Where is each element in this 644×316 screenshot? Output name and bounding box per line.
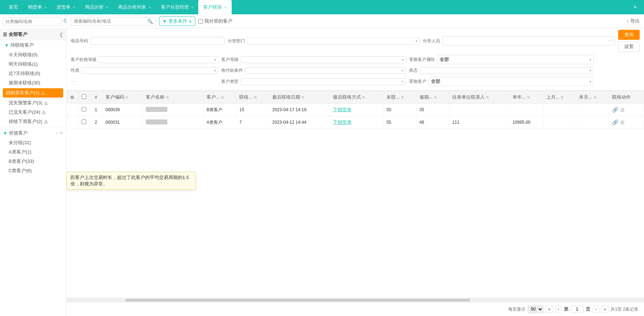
sidebar-item-c-class[interactable]: C类客户(6): [0, 166, 66, 175]
sidebar-collapse-icon[interactable]: ❮: [59, 32, 63, 37]
page-input[interactable]: [571, 306, 584, 313]
customer-grade-select[interactable]: ▾: [241, 56, 406, 63]
row1-name: [143, 104, 204, 116]
col-this-year-header[interactable]: 本年... ⇅: [509, 91, 543, 104]
customer-type-select[interactable]: ▾: [241, 78, 406, 85]
row1-last-month: [543, 104, 576, 116]
col-contact-header[interactable]: 联络... ⇅: [236, 91, 269, 104]
setting-button[interactable]: 设置: [618, 41, 640, 52]
horizontal-scrollbar[interactable]: [66, 298, 644, 302]
more-filter-button[interactable]: ▼ 更多条件 ∧: [159, 16, 195, 26]
prev-page-button[interactable]: ‹: [555, 306, 562, 313]
col-code-header[interactable]: 客户编码 ⇅: [102, 91, 143, 104]
row2-overdue: 48: [416, 116, 449, 129]
row1-last-way-link[interactable]: 下销货单: [333, 107, 352, 112]
row2-checkbox[interactable]: [82, 119, 86, 124]
close-icon[interactable]: ×: [191, 5, 193, 9]
phone-input[interactable]: [90, 37, 225, 45]
nature-select[interactable]: ▾: [82, 67, 218, 74]
search-icon[interactable]: 🔍: [147, 19, 153, 24]
close-icon[interactable]: ×: [224, 5, 226, 9]
per-page-select[interactable]: 50: [528, 305, 543, 313]
sidebar-search-icon[interactable]: 🔍: [63, 19, 66, 24]
scroll-thumb[interactable]: [125, 299, 470, 302]
row1-grid-icon[interactable]: ⊞: [620, 107, 625, 113]
all-customers-header[interactable]: ☰ 全部客户 ❮: [0, 29, 66, 40]
row1-checkbox[interactable]: [82, 107, 86, 112]
sidebar-item-b-class[interactable]: B类客户(33): [0, 157, 66, 166]
export-button[interactable]: ↑ 导出: [627, 18, 640, 24]
manager-label: 分管人员: [423, 38, 440, 44]
col-last-contact-date-header[interactable]: 最后联络日期 ⇅: [269, 91, 330, 104]
per-page-label: 每页显示: [508, 306, 525, 312]
my-customer-checkbox[interactable]: [198, 19, 203, 24]
sidebar-item-7days[interactable]: 近7天待联络(0): [0, 69, 66, 78]
sidebar: 🔍 ☰ 全部客户 ❮ ▼ 待联络客户 今天待联络(0) 明天待联络(1) 近7天…: [0, 14, 66, 316]
sidebar-item-today[interactable]: 今天待联络(0): [0, 50, 66, 60]
close-icon[interactable]: ×: [106, 5, 108, 9]
last-page-button[interactable]: »: [601, 306, 609, 313]
value-group-edit-icon[interactable]: ✎: [60, 131, 63, 136]
sidebar-item-overdue[interactable]: 逾期未联络(30): [0, 78, 66, 88]
scatter-attr-select[interactable]: 全部 ▾: [437, 55, 594, 64]
col-check-header: [78, 91, 89, 104]
nav-tab-customer-contact[interactable]: 客户联络 ×: [198, 0, 231, 14]
select-all-checkbox[interactable]: [82, 94, 86, 99]
sidebar-item-lost[interactable]: 已流失客户(24) ⚠: [0, 108, 66, 117]
warning-icon: ⚠: [41, 90, 45, 96]
sidebar-item-tomorrow[interactable]: 明天待联络(1): [0, 60, 66, 69]
value-group-circle-icon[interactable]: ○: [56, 131, 58, 136]
filter-rows: 电话号码 分管部门 ▾ 分管人员 ···: [66, 28, 644, 91]
close-icon[interactable]: ×: [44, 5, 46, 9]
col-this-month-header[interactable]: 本月... ⇅: [576, 91, 609, 104]
col-uncontacted-header[interactable]: 未联... ⇅: [383, 91, 416, 104]
status-select[interactable]: ▾: [420, 67, 594, 74]
nav-tab-sales[interactable]: 销货单 ×: [23, 0, 51, 14]
chevron-down-icon: ▾: [589, 69, 591, 72]
col-last-month-header[interactable]: 上月... ⇅: [543, 91, 576, 104]
more-dots-icon[interactable]: ···: [71, 78, 75, 85]
nav-tab-customer-tier[interactable]: 客户分层经营 ×: [156, 0, 198, 14]
row2-link-icon[interactable]: 🔗: [612, 119, 618, 125]
settings-icon[interactable]: ⚙: [70, 95, 74, 100]
dept-select[interactable]: ▾: [247, 38, 420, 44]
sidebar-item-continuous-down[interactable]: 持续下滑客户(2) ⚠: [0, 117, 66, 126]
close-icon[interactable]: ×: [148, 5, 150, 9]
next-page-button[interactable]: ›: [593, 306, 599, 313]
col-contact-person-header[interactable]: 往来单位联系人 ⇅: [449, 91, 510, 104]
nav-tab-purchase[interactable]: 进货单 ×: [51, 0, 80, 14]
first-page-button[interactable]: «: [546, 306, 553, 313]
col-name-header[interactable]: 客户名称 ⇅: [143, 91, 204, 104]
sort-icon: ⇅: [362, 95, 365, 99]
value-customer-group[interactable]: ▼ 价值客户 ○ ✎: [0, 128, 66, 138]
row2-grid-icon[interactable]: ⊞: [620, 119, 625, 125]
col-last-contact-way-header[interactable]: 最后联络方式 ⇅: [330, 91, 383, 104]
more-icon[interactable]: ···: [608, 38, 613, 44]
sidebar-item-repurchase-abnormal[interactable]: 回购异常客户(2) ⚠: [3, 88, 63, 98]
sidebar-item-lost-pre[interactable]: 流失预警客户(3) ⚠: [0, 98, 66, 108]
sidebar-item-ungroup[interactable]: 未分组(32): [0, 138, 66, 147]
sidebar-item-a-class[interactable]: A类客户(1): [0, 147, 66, 157]
scatter-select[interactable]: 全部 ▾: [428, 77, 594, 86]
sidebar-search-input[interactable]: [3, 17, 62, 26]
nav-tab-product-analysis[interactable]: 商品分析 ×: [80, 0, 113, 14]
row2-last-way-link[interactable]: 下销货单: [333, 119, 352, 125]
col-type-header[interactable]: 客户... ⇅: [203, 91, 236, 104]
payment-select[interactable]: ▾: [245, 67, 406, 74]
query-button[interactable]: 查询: [618, 30, 640, 40]
nav-tab-product-list[interactable]: 商品分析列表 ×: [113, 0, 156, 14]
search-input[interactable]: [74, 19, 146, 24]
filter-cell-scatter-attr: 零散客户属性 全部 ▾: [409, 55, 594, 64]
close-all-button[interactable]: ×: [630, 4, 640, 10]
row1-link-icon[interactable]: 🔗: [612, 107, 618, 113]
nav-tab-home[interactable]: 首页: [4, 0, 23, 14]
col-overdue-header[interactable]: 逾期... ⇅: [416, 91, 449, 104]
row2-type: A类客户: [203, 116, 236, 129]
manager-select[interactable]: ···: [442, 36, 615, 46]
close-icon[interactable]: ×: [73, 5, 75, 9]
price-grade-select[interactable]: ▾: [99, 56, 218, 63]
warning-icon: ⚠: [44, 100, 48, 106]
col-settings-header: ⚙: [66, 91, 78, 104]
row2-settings: [66, 116, 78, 129]
pending-contact-group[interactable]: ▼ 待联络客户: [0, 40, 66, 50]
